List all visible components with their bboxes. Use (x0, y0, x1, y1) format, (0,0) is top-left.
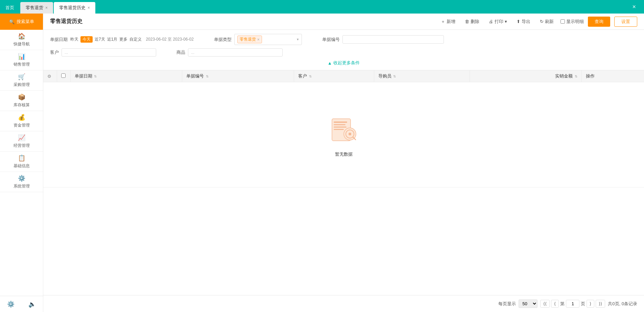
svg-rect-3 (334, 127, 347, 128)
tab-retail-return-history-close[interactable]: × (88, 6, 90, 10)
doc-number-label: 单据编号 (322, 37, 340, 43)
th-settings: ⚙ (43, 70, 57, 82)
column-settings-icon[interactable]: ⚙ (47, 74, 51, 79)
sidebar-item-finance[interactable]: 💰 资金管理 (0, 111, 43, 131)
print-dropdown-icon: ▾ (505, 19, 507, 24)
actual-amount-sort-icon[interactable]: ⇅ (575, 74, 577, 78)
goods-select[interactable]: ... (188, 48, 283, 57)
setting-button[interactable]: 设置 (614, 17, 637, 27)
last-page-button[interactable]: ⟩⟩ (596, 300, 605, 308)
first-page-button[interactable]: ⟨⟨ (540, 300, 550, 308)
display-detail-toggle[interactable]: 显示明细 (560, 19, 584, 25)
date-opt-last7[interactable]: 近7天 (95, 37, 105, 42)
th-customer-label: 客户 (298, 73, 307, 79)
system-icon: ⚙️ (18, 175, 25, 182)
top-bar: 首页 零售退货 × 零售退货历史 × × (0, 0, 644, 14)
print-icon: 🖨 (489, 19, 493, 24)
filter-goods: 商品 ... (176, 48, 283, 57)
empty-illustration (327, 112, 361, 146)
doc-number-sort-icon[interactable]: ⇅ (206, 74, 209, 78)
th-operation: 操作 (582, 70, 644, 82)
date-opt-more[interactable]: 更多 (119, 37, 127, 42)
empty-cell: 暂无数据 (43, 82, 644, 187)
goods-label: 商品 (176, 49, 185, 55)
print-button-label: 打印 (495, 19, 503, 25)
sidebar-item-inventory[interactable]: 📦 库存核算 (0, 91, 43, 111)
goods-placeholder: ... (191, 50, 280, 55)
doc-number-input[interactable] (342, 35, 444, 44)
export-button[interactable]: ⬆ 导出 (514, 17, 533, 26)
sidebar-item-operations[interactable]: 📈 经营管理 (0, 131, 43, 152)
delete-icon: 🗑 (465, 19, 469, 24)
new-button-label: 新增 (447, 19, 455, 25)
settings-bottom-icon[interactable]: ⚙️ (7, 300, 15, 308)
table-body: 暂无数据 (43, 82, 644, 187)
page-label: 页 (581, 301, 585, 307)
collapse-label: 收起更多条件 (333, 60, 360, 66)
content-area: 零售退货历史 ＋ 新增 🗑 删除 🖨 打印 ▾ ⬆ 导出 (43, 14, 644, 312)
customer-select[interactable]: ... (62, 48, 156, 57)
page-number-input[interactable] (566, 300, 579, 308)
select-all-checkbox[interactable] (61, 73, 66, 78)
customer-sort-icon[interactable]: ⇅ (309, 74, 312, 78)
doc-date-sort-icon[interactable]: ⇅ (94, 74, 97, 78)
sidebar-item-operations-label: 经营管理 (14, 143, 30, 149)
delete-button[interactable]: 🗑 删除 (462, 17, 482, 26)
table-area: ⚙ 单据日期 ⇅ 单据编号 ⇅ (43, 70, 644, 295)
guide-sort-icon[interactable]: ⇅ (393, 74, 396, 78)
tab-retail-return[interactable]: 零售退货 × (20, 2, 53, 14)
search-icon: 🔍 (9, 19, 15, 24)
sidebar-item-inventory-label: 库存核算 (14, 102, 30, 108)
page-size-select[interactable]: 50 10 20 100 (519, 299, 538, 308)
next-page-button[interactable]: ⟩ (587, 300, 594, 308)
sidebar-item-quick-nav[interactable]: 🏠 快捷导航 (0, 30, 43, 50)
tab-list: 首页 零售退货 × 零售退货历史 × (0, 0, 629, 14)
display-detail-label: 显示明细 (566, 19, 584, 25)
svg-rect-1 (334, 121, 347, 123)
purchase-icon: 🛒 (18, 73, 25, 81)
table-header: ⚙ 单据日期 ⇅ 单据编号 ⇅ (43, 70, 644, 82)
tab-home-label: 首页 (5, 5, 14, 11)
th-operation-label: 操作 (586, 73, 595, 79)
sales-icon: 📊 (18, 53, 25, 60)
date-opt-yesterday[interactable]: 昨天 (70, 37, 78, 42)
doc-type-tag-close[interactable]: × (257, 37, 260, 42)
page-total: 共0页, 0条记录 (608, 301, 637, 307)
sidebar-item-purchase-mgmt[interactable]: 🛒 采购管理 (0, 70, 43, 91)
sidebar-item-sales-mgmt[interactable]: 📊 销售管理 (0, 50, 43, 70)
setting-button-label: 设置 (621, 19, 630, 24)
refresh-icon: ↻ (540, 19, 544, 24)
doc-type-select[interactable]: 零售退货 × ▾ (234, 34, 302, 45)
date-opt-today[interactable]: 今天 (80, 36, 93, 43)
th-actual-amount-label: 实销金额 (555, 73, 573, 79)
sidebar: 🔍 搜索菜单 🏠 快捷导航 📊 销售管理 🛒 采购管理 📦 库存核算 💰 资金管… (0, 14, 43, 312)
svg-rect-4 (334, 129, 344, 130)
th-doc-date: 单据日期 ⇅ (70, 70, 182, 82)
refresh-button[interactable]: ↻ 刷新 (537, 17, 556, 26)
new-button[interactable]: ＋ 新增 (438, 17, 458, 26)
export-icon: ⬆ (517, 19, 520, 24)
sidebar-item-quick-nav-label: 快捷导航 (14, 41, 30, 47)
query-button[interactable]: 查询 (588, 17, 610, 27)
page-di-label: 第 (560, 301, 565, 307)
sidebar-search-label: 搜索菜单 (17, 19, 34, 25)
sidebar-item-finance-label: 资金管理 (14, 122, 30, 128)
tab-home[interactable]: 首页 (0, 2, 20, 14)
prev-page-button[interactable]: ⟨ (551, 300, 559, 308)
sidebar-item-system-mgmt[interactable]: ⚙️ 系统管理 (0, 172, 43, 192)
plus-icon: ＋ (441, 19, 445, 25)
tab-retail-return-history[interactable]: 零售退货历史 × (54, 2, 95, 14)
tab-retail-return-close[interactable]: × (45, 6, 48, 10)
date-opt-custom[interactable]: 自定义 (129, 37, 142, 42)
window-close-button[interactable]: × (629, 2, 639, 12)
date-opt-last-month[interactable]: 近1月 (107, 37, 118, 42)
basic-info-icon: 📋 (18, 154, 25, 162)
print-button[interactable]: 🖨 打印 ▾ (486, 17, 510, 26)
sidebar-search[interactable]: 🔍 搜索菜单 (0, 14, 43, 30)
volume-icon[interactable]: 🔈 (28, 300, 36, 308)
display-detail-checkbox[interactable] (560, 19, 565, 24)
collapse-button[interactable]: ▲ 收起更多条件 (50, 60, 637, 66)
export-button-label: 导出 (522, 19, 530, 25)
sidebar-item-basic-info[interactable]: 📋 基础信息 (0, 152, 43, 172)
page-nav: ⟨⟨ ⟨ 第 页 ⟩ ⟩⟩ (540, 300, 605, 308)
